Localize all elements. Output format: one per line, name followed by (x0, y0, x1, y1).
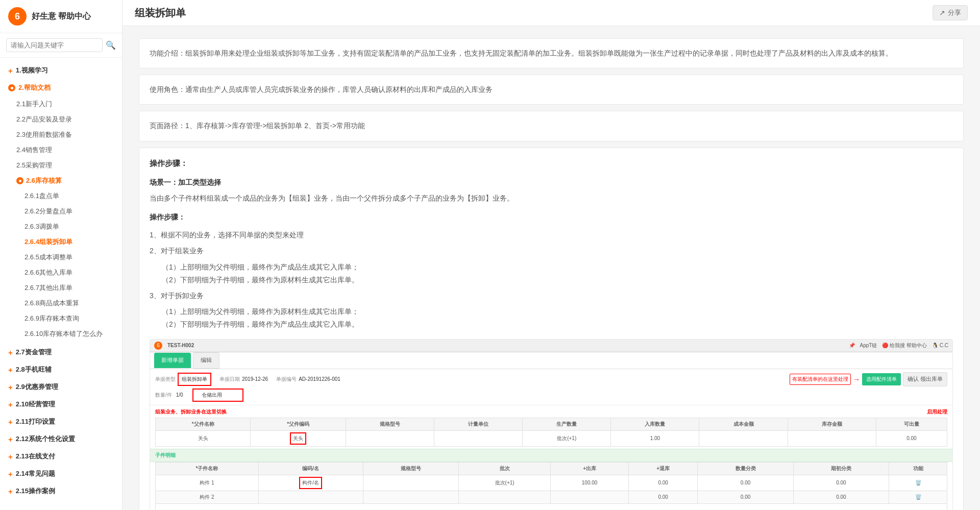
sidebar-item-video[interactable]: + 1.视频学习 (0, 62, 122, 79)
nav-list: + 1.视频学习 2.帮助文档 2.1新手入门 2.2产品安装及登录 2.3使用… (0, 58, 122, 510)
nav-sub-item-stock-ledger[interactable]: 2.6.9库存账本查询 (0, 311, 122, 326)
sidebar-item-management[interactable]: + 2.10经营管理 (0, 396, 122, 413)
nav-sub-item-ledger-fix[interactable]: 2.6.10库存账本错了怎么办 (0, 326, 122, 342)
mock-b1-action[interactable]: 🗑️ (889, 475, 947, 491)
mock-th-avail-qty: 可出量 (876, 418, 947, 431)
search-icon[interactable]: 🔍 (106, 40, 116, 50)
nav-sub-item-partial-count[interactable]: 2.6.2分量盘点单 (0, 204, 122, 219)
mock-bottom-table: *子件名称 编码/名 规格型号 批次 +出库 +退库 数量分类 期初分类 功能 (155, 462, 947, 510)
nav-sub-item-transfer[interactable]: 2.6.3调拨单 (0, 219, 122, 234)
app-name: 好生意 帮助中心 (32, 11, 91, 22)
mock-bill-type-highlighted[interactable]: 组装拆卸单 (178, 373, 211, 386)
step3-sub1: （1）上部明细为父件明细，最终作为原材料生成其它出库单； (162, 305, 953, 318)
nav-sub-item-assembly[interactable]: 2.6.4组装拆卸单 (0, 234, 122, 250)
mock-b2-name: 构件 2 (156, 491, 259, 504)
sidebar-item-mobile[interactable]: + 2.8手机旺辅 (0, 361, 122, 378)
step3: 3、对于拆卸业务 (150, 289, 953, 302)
mock-b2-action[interactable]: 🗑️ (889, 491, 947, 504)
mock-bth-6: +退库 (629, 463, 698, 475)
search-box: 🔍 (0, 33, 122, 58)
scene1-desc: 当由多个子件材料组装成一个成品的业务为【组装】业务，当由一个父件拆分成多个子产品… (150, 192, 953, 205)
nav-sub-item-other-in[interactable]: 2.6.6其他入库单 (0, 265, 122, 280)
sidebar-item-finance[interactable]: + 2.7资金管理 (0, 344, 122, 361)
nav-sub-item-stockcount[interactable]: 2.6.1盘点单 (0, 188, 122, 204)
sidebar-header: 6 好生意 帮助中心 (0, 0, 122, 33)
steps-block: 1、根据不同的业务，选择不同单据的类型来处理 2、对于组装业务 （1）上部明细为… (150, 229, 953, 331)
mock-bottom-row-2: 构件 2 0.00 0.00 0.00 🗑️ (156, 491, 947, 504)
annotation1-arrow: → (853, 373, 860, 386)
mock-batch-val: AD-20191226-001 (299, 375, 340, 384)
mock-bth-1: *子件名称 (156, 463, 259, 475)
mock-bth-3: 规格型号 (363, 463, 458, 475)
mock-th-stock-amt: 库存金额 (788, 418, 876, 431)
mock-th-unit: 计量单位 (434, 418, 522, 431)
mock-bottom-section-header: 子件明细 (150, 449, 952, 462)
sidebar-item-online-pay[interactable]: + 2.13在线支付 (0, 448, 122, 465)
role-card: 使用角色：通常由生产人员或库管人员完成拆装业务的操作，库管人员确认原材料的出库和… (139, 75, 964, 105)
mock-th-parent-code: *父件编码 (251, 418, 346, 431)
main-area: 组装拆卸单 ↗ 分享 功能介绍：组装拆卸单用来处理企业组装或拆卸等加工业务，支持… (122, 0, 980, 510)
intro-text: 功能介绍：组装拆卸单用来处理企业组装或拆卸等加工业务，支持有固定装配清单的产品加… (150, 49, 893, 57)
mock-b3-empty (156, 504, 947, 510)
mock-cell-prod: 批次(+1) (523, 431, 611, 447)
nav-sub-item-sales[interactable]: 2.4销售管理 (0, 142, 122, 158)
mock-bth-7: 数量分类 (698, 463, 793, 475)
nav-sub-item-purchase[interactable]: 2.5采购管理 (0, 158, 122, 173)
sidebar-item-system[interactable]: + 2.12系统个性化设置 (0, 430, 122, 448)
mock-warehouse-input[interactable]: 仓储出用 (192, 388, 243, 402)
sidebar-item-faq[interactable]: + 2.14常见问题 (0, 465, 122, 482)
annotation2-text: 组装业务、拆卸业务在这里切换 (155, 407, 227, 417)
mock-cell-spec (346, 431, 434, 447)
mock-cell-unit (434, 431, 522, 447)
content-area: 功能介绍：组装拆卸单用来处理企业组装或拆卸等加工业务，支持有固定装配清单的产品加… (122, 26, 980, 510)
mock-tab-new[interactable]: 新增单据 (154, 353, 191, 368)
sidebar-item-print[interactable]: + 2.11打印设置 (0, 413, 122, 430)
ops-steps-title: 操作步骤： (150, 211, 953, 224)
mock-th-prod-qty: 生产数量 (523, 418, 611, 431)
mock-date-label: 单据日期 (219, 375, 240, 384)
nav-sub-item-data-prep[interactable]: 2.3使用前数据准备 (0, 127, 122, 142)
mock-annotation1: 有装配清单的在这里处理 → 选用配件清单 确认 领出库单 (790, 372, 947, 386)
annotation3-text: 启用处理 (927, 407, 947, 417)
search-input[interactable] (6, 38, 103, 52)
step3-sub2: （2）下部明细为子件明细，最终作为产成品生成其它入库单。 (162, 318, 953, 331)
mock-logo: 6 (154, 342, 162, 350)
mock-tab-edit[interactable]: 编辑 (193, 352, 219, 369)
sidebar-item-coupon[interactable]: + 2.9优惠券管理 (0, 378, 122, 396)
mock-b1-batch: 批次(+1) (458, 475, 550, 491)
share-icon: ↗ (939, 9, 945, 17)
mock-date-row: 单据日期 2019-12-26 (219, 375, 268, 384)
mock-select-parts-btn[interactable]: 选用配件清单 (862, 373, 901, 385)
mock-b1-init: 0.00 (793, 475, 889, 491)
nav-sub-item-cost-recalc[interactable]: 2.6.8商品成本重算 (0, 296, 122, 311)
nav-sub-item-cost-adjust[interactable]: 2.6.5成本调整单 (0, 250, 122, 265)
nav-sub-item-install[interactable]: 2.2产品安装及登录 (0, 112, 122, 127)
sidebar-item-docs[interactable]: 2.帮助文档 (0, 79, 122, 96)
mock-b1-spec (363, 475, 458, 491)
mock-header-fields: 单据类型 组装拆卸单 单据日期 2019-12-26 单据编号 AD-20191… (150, 369, 952, 405)
mock-nav-row: 新增单据 编辑 (150, 352, 952, 369)
share-button[interactable]: ↗ 分享 (933, 5, 968, 20)
nav-sub-item-newbie[interactable]: 2.1新手入门 (0, 96, 122, 112)
mock-th-in-qty: 入库数量 (611, 418, 699, 431)
step2: 2、对于组装业务 (150, 245, 953, 257)
mock-icons: 📌 (849, 341, 855, 350)
annotation1-text: 有装配清单的在这里处理 (790, 374, 851, 385)
active-sub-icon (16, 177, 23, 184)
mock-bottom-row-1: 构件 1 构件/名 批次(+1) 100.00 0.00 0.00 0.00 🗑… (156, 475, 947, 491)
mock-feedback: 🔴 给我搜 帮助中心 (882, 341, 927, 350)
mock-batch-row: 单据编号 AD-20191226-001 (276, 375, 340, 384)
mock-screenshot: 6 TEST-H002 📌 AppT链 🔴 给我搜 帮助中心 🐧 C.C 新增单… (150, 339, 952, 510)
nav-sub-item-other-out[interactable]: 2.6.7其他出库单 (0, 280, 122, 296)
sidebar-item-cases[interactable]: + 2.15操作案例 (0, 482, 122, 500)
mock-th-spec: 规格型号 (346, 418, 434, 431)
mock-cell-cost (699, 431, 788, 447)
ops-card: 操作步骤： 场景一：加工类型选择 当由多个子件材料组装成一个成品的业务为【组装】… (139, 148, 964, 510)
intro-card: 功能介绍：组装拆卸单用来处理企业组装或拆卸等加工业务，支持有固定装配清单的产品加… (139, 38, 964, 68)
mock-b2-qty: 0.00 (698, 491, 793, 504)
mock-bth-5: +出库 (551, 463, 629, 475)
mock-qty-row: 数量/件 1/0 仓储出用 (155, 388, 947, 402)
nav-sub-item-inventory[interactable]: 2.6库存核算 (0, 173, 122, 188)
mock-cell-name: 关头 (156, 431, 251, 447)
mock-other-btn[interactable]: 确认 领出库单 (903, 372, 947, 386)
